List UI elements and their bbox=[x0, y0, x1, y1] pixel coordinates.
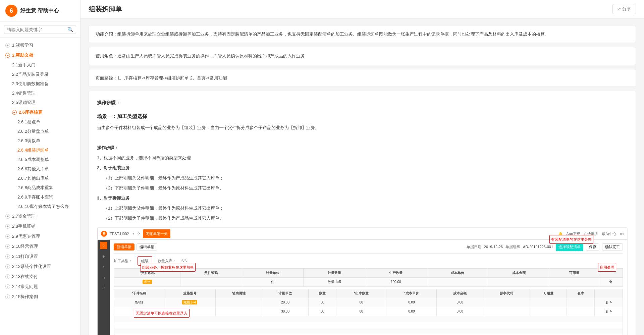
share-button[interactable]: ↗ 分享 bbox=[612, 4, 636, 14]
sidebar-item-faq[interactable]: + 2.14常见问题 bbox=[0, 282, 80, 292]
sidebar-item-operation[interactable]: + 2.10经营管理 bbox=[0, 241, 80, 252]
lower-r2-outqty: 80 bbox=[336, 307, 386, 316]
plus-icon-print: + bbox=[5, 254, 10, 259]
annotation3-label: 启用处理 bbox=[598, 263, 616, 272]
sidebar-item-sales[interactable]: 2.4销售管理 bbox=[0, 89, 80, 98]
search-area: 🔍 bbox=[0, 22, 80, 38]
plus-icon-faq: + bbox=[5, 284, 10, 289]
select-bom-btn[interactable]: 选择装配清单 bbox=[556, 242, 583, 251]
app-save-btn[interactable]: 保存 bbox=[586, 243, 599, 250]
sidebar-item-cases[interactable]: + 2.15操作案例 bbox=[0, 292, 80, 302]
sidebar-item-stock-check[interactable]: 2.6.1盘点单 bbox=[0, 117, 80, 127]
main-content: 组装拆卸单 ↗ 分享 功能介绍：组装拆卸单用来处理企业组装或拆卸等加工业务，支持… bbox=[80, 0, 644, 335]
sidebar-item-mobile[interactable]: + 2.8手机旺铺 bbox=[0, 221, 80, 231]
lower-th-aux: 辅助属性 bbox=[215, 289, 262, 298]
upper-row1-qty: 数量 1×5 bbox=[304, 278, 365, 287]
app-home-icon[interactable]: ⌂ bbox=[100, 242, 107, 249]
sidebar-item-data-prep[interactable]: 2.3使用前数据准备 bbox=[0, 79, 80, 89]
plus-icon-personalize: + bbox=[5, 264, 10, 269]
upper-row1-unit: 件 bbox=[242, 278, 304, 287]
nav-tree: + 1.视频学习 − 2.帮助文档 2.1新手入门 2.2产品安装及登录 2.3… bbox=[0, 38, 80, 304]
sidebar-item-personalize[interactable]: + 2.12系统个性化设置 bbox=[0, 262, 80, 272]
app-group-value: AD-20191226-001 bbox=[523, 243, 553, 250]
annotation1-area: 选择装配清单 有装配清单的在这里处理 bbox=[556, 242, 583, 251]
lower-r2-qty: 80 bbox=[309, 307, 336, 316]
sidebar-item-online-pay[interactable]: + 2.13在线支付 bbox=[0, 272, 80, 282]
sidebar-item-other-in[interactable]: 2.6.6其他入库单 bbox=[0, 164, 80, 174]
lower-th-spec: 规格型号 bbox=[164, 289, 215, 298]
upper-row1-code bbox=[180, 278, 242, 287]
lower-r1-aux bbox=[215, 298, 262, 307]
lower-r2-aux bbox=[215, 307, 262, 316]
sidebar-item-cost-adjust[interactable]: 2.6.5成本调整单 bbox=[0, 155, 80, 164]
upper-th-qty: 计量数量 bbox=[304, 269, 365, 278]
lower-r1-outqty: 80 bbox=[336, 298, 386, 307]
lower-table-container: *子件名称 规格型号 辅助属性 计量单位 数量 *出库数量 *成本单价 成本金额 bbox=[114, 289, 623, 335]
app-confirm-btn[interactable]: 确认完工 bbox=[602, 243, 623, 250]
app-edit-btn[interactable]: 编辑单据 bbox=[137, 243, 157, 250]
app-user: cc bbox=[620, 230, 624, 237]
path-intro-block: 页面路径：1、库存核算->库存管理->组装拆卸单 2、首页->常用功能 bbox=[89, 69, 636, 87]
upper-row1-name: 米米 bbox=[114, 278, 180, 287]
func-intro-text: 功能介绍：组装拆卸单用来处理企业组装或拆卸等加工业务，支持有固定装配清单的产品加… bbox=[96, 32, 549, 37]
sidebar-item-purchase[interactable]: 2.5采购管理 bbox=[0, 98, 80, 107]
content-area: 功能介绍：组装拆卸单用来处理企业组装或拆卸等加工业务，支持有固定装配清单的产品加… bbox=[80, 18, 644, 335]
sidebar-item-new-user[interactable]: 2.1新手入门 bbox=[0, 60, 80, 70]
app-other-icon2: ○ bbox=[103, 284, 105, 291]
lower-r1-costunit: 0.00 bbox=[386, 298, 437, 307]
step-1: 1、根据不同的业务，选择不同单据的类型来处理 bbox=[97, 154, 628, 162]
lower-th-cost-unit: *成本单价 bbox=[386, 289, 437, 298]
step-2: 2、对于组装业务 bbox=[97, 164, 628, 172]
lower-r1-wh bbox=[567, 298, 594, 307]
sidebar-item-coupon[interactable]: + 2.9优惠券管理 bbox=[0, 231, 80, 241]
lower-r2-costunit: 0.00 bbox=[386, 307, 437, 316]
plus-icon-coupon: + bbox=[5, 234, 10, 239]
sidebar-item-help-docs[interactable]: − 2.帮助文档 bbox=[0, 50, 80, 60]
search-box[interactable]: 🔍 bbox=[4, 25, 76, 34]
app-date-label: 单据日期 bbox=[467, 243, 481, 250]
sidebar-item-other-out[interactable]: 2.6.7其他出库单 bbox=[0, 174, 80, 183]
sidebar-item-print[interactable]: + 2.11打印设置 bbox=[0, 252, 80, 262]
plus-icon-mobile: + bbox=[5, 224, 10, 229]
sidebar-item-adjust[interactable]: 2.6.3调拨单 bbox=[0, 136, 80, 146]
search-input[interactable] bbox=[7, 27, 67, 32]
app-form-header-info: 单据日期 2019-12-26 单据组织 AD-20191226-001 选择装… bbox=[467, 242, 623, 251]
sidebar-item-inventory[interactable]: − 2.6库存核算 bbox=[0, 107, 80, 117]
lower-r1-name: 货物1 bbox=[114, 298, 164, 307]
sidebar: 6 好生意 帮助中心 🔍 + 1.视频学习 − 2.帮助文档 2.1新手入门 2… bbox=[0, 0, 80, 335]
app-add-icon[interactable]: + bbox=[102, 252, 105, 261]
logo-icon: 6 bbox=[5, 5, 17, 17]
top-header: 组装拆卸单 ↗ 分享 bbox=[80, 0, 644, 18]
sidebar-item-split-stock[interactable]: 2.6.2分量盘点单 bbox=[0, 127, 80, 136]
lower-row-3 bbox=[114, 316, 623, 322]
plus-icon-operation: + bbox=[5, 244, 10, 249]
lower-th-avail: 可用量 bbox=[530, 289, 567, 298]
lower-r1-qty: 80 bbox=[309, 298, 336, 307]
screenshot-container: 6 TEST-H002 ▼ ⟳ 闭账单第一天 🔔 App下载 在线服务 帮助中心… bbox=[97, 227, 628, 335]
lower-r2-wh bbox=[567, 307, 594, 316]
app-side-icons: ⌂ + ≡ □ ○ bbox=[98, 240, 110, 335]
search-icon[interactable]: 🔍 bbox=[67, 27, 73, 32]
lower-table: *子件名称 规格型号 辅助属性 计量单位 数量 *出库数量 *成本单价 成本金额 bbox=[114, 289, 623, 335]
sidebar-item-install-login[interactable]: 2.2产品安装及登录 bbox=[0, 70, 80, 79]
lower-r2-costtotal: 0.00 bbox=[437, 307, 483, 316]
sidebar-item-account-error[interactable]: 2.6.10库存账本错了怎么办 bbox=[0, 202, 80, 211]
app-list-icon[interactable]: ≡ bbox=[103, 264, 105, 271]
sidebar-item-video[interactable]: + 1.视频学习 bbox=[0, 40, 80, 50]
app-type-label: 加工类型： bbox=[114, 257, 132, 265]
lower-row-5 bbox=[114, 328, 623, 334]
role-intro-text: 使用角色：通常由生产人员或库管人员完成拆装业务的操作，库管人员确认原材料的出库和… bbox=[96, 53, 305, 58]
operation-title: 操作步骤： bbox=[97, 98, 628, 107]
upper-row1-action: 🗑 bbox=[599, 278, 623, 287]
sidebar-item-stock-query[interactable]: 2.6.9库存账本查询 bbox=[0, 192, 80, 202]
sidebar-item-finance[interactable]: + 2.7资金管理 bbox=[0, 211, 80, 221]
sidebar-item-goods-cost[interactable]: 2.6.8商品成本重算 bbox=[0, 183, 80, 192]
upper-row1-prodqty: 100.00 bbox=[365, 278, 427, 287]
step-3: 3、对于拆卸业务 bbox=[97, 194, 628, 203]
lower-r2-unit: 30.00 bbox=[262, 307, 309, 316]
app-add-btn[interactable]: 新增单据 bbox=[114, 243, 135, 250]
app-topbar: 6 TEST-H002 ▼ ⟳ 闭账单第一天 🔔 App下载 在线服务 帮助中心… bbox=[98, 228, 627, 240]
app-new-btn[interactable]: 闭账单第一天 bbox=[143, 229, 170, 238]
lower-row-4 bbox=[114, 322, 623, 328]
sidebar-item-assembly[interactable]: 2.6.4组装拆卸单 bbox=[0, 146, 80, 155]
